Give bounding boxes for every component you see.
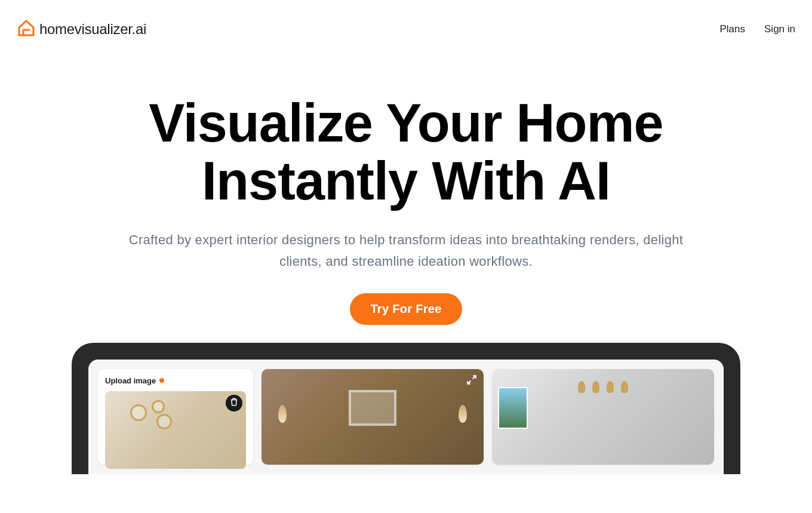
- decor-lamp-icon: [278, 405, 287, 423]
- site-header: homevisualizer.ai Plans Sign in: [0, 0, 812, 59]
- upload-preview-image: [105, 391, 246, 469]
- upload-badge-icon: [159, 378, 164, 383]
- decor-circle-icon: [152, 400, 165, 413]
- delete-button[interactable]: [226, 395, 242, 411]
- main-nav: Plans Sign in: [719, 23, 795, 35]
- result-bedroom: [262, 369, 484, 465]
- decor-circle-icon: [156, 414, 172, 429]
- nav-plans[interactable]: Plans: [719, 23, 745, 35]
- try-free-button[interactable]: Try For Free: [350, 293, 462, 325]
- device-screen: Upload image: [88, 360, 724, 474]
- logo-text: homevisualizer.ai: [39, 21, 146, 38]
- result-kitchen: [492, 369, 714, 465]
- hero-title: Visualize Your Home Instantly With AI: [102, 94, 710, 210]
- screen-content: Upload image: [98, 369, 714, 465]
- device-mockup: Upload image: [72, 343, 740, 474]
- decor-circle-icon: [130, 404, 147, 421]
- upload-label: Upload image: [105, 376, 156, 385]
- decor-window-icon: [498, 387, 528, 429]
- expand-icon: [466, 374, 477, 388]
- expand-button[interactable]: [465, 374, 479, 388]
- hero-subtitle: Crafted by expert interior designers to …: [119, 229, 693, 271]
- hero-section: Visualize Your Home Instantly With AI Cr…: [78, 59, 734, 325]
- logo[interactable]: homevisualizer.ai: [17, 19, 146, 39]
- upload-panel: Upload image: [98, 369, 253, 465]
- home-icon: [17, 19, 36, 39]
- trash-icon: [230, 398, 238, 408]
- decor-lamp-icon: [459, 405, 467, 423]
- decor-lights-icon: [578, 381, 628, 393]
- upload-header: Upload image: [105, 376, 246, 385]
- nav-signin[interactable]: Sign in: [764, 23, 795, 35]
- decor-frame-icon: [349, 390, 396, 426]
